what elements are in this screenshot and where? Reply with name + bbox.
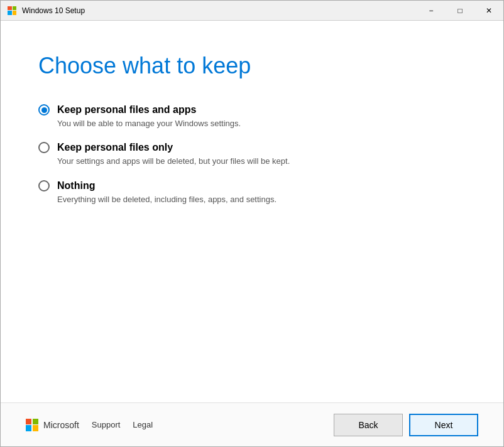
radio-keep-files-apps[interactable]: [38, 104, 50, 116]
footer-left: Microsoft Support Legal: [26, 419, 153, 431]
title-bar-left: Windows 10 Setup: [7, 6, 85, 16]
footer: Microsoft Support Legal Back Next: [1, 402, 503, 446]
ms-q2: [33, 419, 38, 424]
minimize-icon: −: [429, 7, 433, 14]
next-button[interactable]: Next: [409, 414, 478, 436]
page-title: Choose what to keep: [38, 52, 466, 79]
ms-q4: [33, 425, 38, 431]
title-bar: Windows 10 Setup − □ ✕: [1, 1, 503, 21]
options-container: Keep personal files and apps You will be…: [38, 104, 466, 205]
microsoft-text: Microsoft: [43, 420, 79, 430]
window-title: Windows 10 Setup: [22, 6, 85, 15]
setup-window: Windows 10 Setup − □ ✕ Choose what to ke…: [0, 0, 504, 447]
restore-icon: □: [457, 7, 462, 14]
minimize-button[interactable]: −: [417, 1, 446, 21]
window-controls: − □ ✕: [417, 1, 503, 21]
option-title-3: Nothing: [57, 180, 95, 191]
option-title-1: Keep personal files and apps: [57, 104, 196, 116]
option-group-2: Keep personal files only Your settings a…: [38, 142, 466, 167]
restore-button[interactable]: □: [446, 1, 474, 21]
option-desc-3: Everything will be deleted, including fi…: [57, 194, 466, 205]
option-group-3: Nothing Everything will be deleted, incl…: [38, 180, 466, 205]
main-content: Choose what to keep Keep personal files …: [1, 21, 503, 402]
radio-nothing[interactable]: [38, 180, 50, 191]
option-title-2: Keep personal files only: [57, 142, 173, 153]
option-group-1: Keep personal files and apps You will be…: [38, 104, 466, 129]
ms-q1: [26, 419, 31, 424]
radio-keep-files-only[interactable]: [38, 142, 50, 153]
back-button[interactable]: Back: [334, 414, 403, 436]
close-icon: ✕: [486, 7, 492, 14]
support-link[interactable]: Support: [92, 420, 121, 429]
option-row-1[interactable]: Keep personal files and apps: [38, 104, 466, 116]
app-icon: [7, 6, 17, 16]
option-desc-1: You will be able to manage your Windows …: [57, 118, 466, 129]
legal-link[interactable]: Legal: [133, 420, 153, 429]
microsoft-logo: Microsoft: [26, 419, 79, 431]
option-row-2[interactable]: Keep personal files only: [38, 142, 466, 153]
ms-grid-icon: [26, 419, 38, 431]
close-button[interactable]: ✕: [474, 1, 503, 21]
option-row-3[interactable]: Nothing: [38, 180, 466, 191]
footer-right: Back Next: [334, 414, 478, 436]
option-desc-2: Your settings and apps will be deleted, …: [57, 156, 466, 167]
ms-q3: [26, 425, 31, 431]
